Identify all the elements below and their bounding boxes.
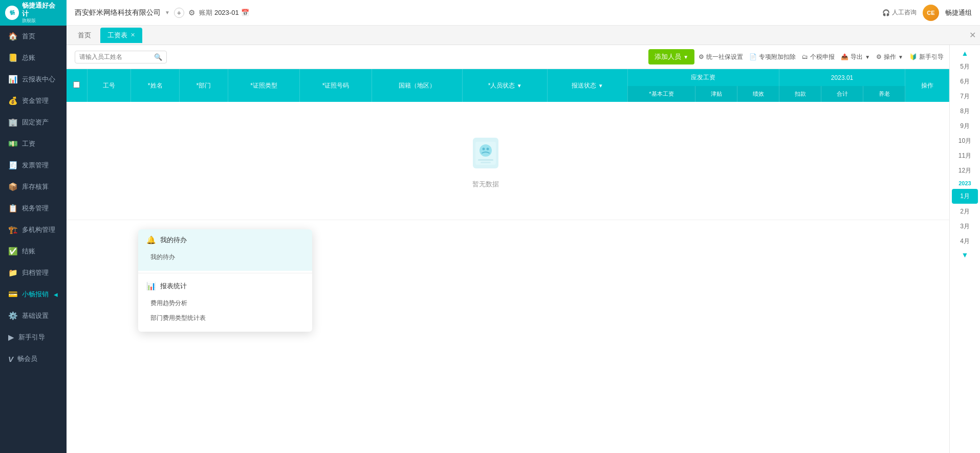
month-item[interactable]: 8月 [950,104,980,119]
popup-item-cost-trend[interactable]: 费用趋势分析 [146,296,304,311]
sidebar-item-inventory[interactable]: 📦 库存核算 [0,176,67,198]
user-name: 畅捷通组 [945,8,972,17]
sidebar-item-label: 发票管理 [22,161,49,170]
operations-arrow-icon: ▼ [898,54,903,60]
sidebar-item-label: 小畅报销 [22,290,49,299]
popup-item-dept-cost[interactable]: 部门费用类型统计表 [146,311,304,326]
guide-button[interactable]: 🔰 新手引导 [909,53,944,61]
sidebar-item-assets[interactable]: 🏢 固定资产 [0,112,67,133]
th-nationality: 国籍（地区） [372,69,462,102]
tab-close-icon[interactable]: ✕ [130,32,135,38]
cloud-report-icon: 📊 [8,75,18,84]
th-id-type: *证照类型 [228,69,300,102]
fund-icon: 💰 [8,96,18,105]
popup-item-my-todo[interactable]: 我的待办 [146,250,304,265]
calendar-icon[interactable]: 📅 [241,9,249,16]
sidebar-item-closing[interactable]: ✅ 结账 [0,241,67,262]
month-item[interactable]: 10月 [950,134,980,148]
month-item[interactable]: 11月 [950,148,980,163]
sidebar-item-ledger[interactable]: 📒 总账 [0,47,67,69]
search-input[interactable] [79,53,151,60]
sidebar-item-label: 固定资产 [22,118,49,127]
th-submit-status: 报送状态 ▼ [547,69,627,102]
search-icon[interactable]: 🔍 [154,53,162,61]
popup-section1-title: 我的待办 [160,235,187,245]
sidebar-item-multi-org[interactable]: 🏗️ 多机构管理 [0,219,67,241]
export-icon: 📤 [841,53,848,60]
operations-button[interactable]: ⚙ 操作 ▼ [876,53,903,61]
export-button[interactable]: 📤 导出 ▼ [841,53,870,61]
checkbox-header [67,69,87,102]
popup-section2-title: 报表统计 [160,282,187,291]
month-item[interactable]: 6月 [950,74,980,89]
salary-icon: 💵 [8,139,18,148]
company-dropdown-icon[interactable]: ▼ [165,10,170,15]
todo-icon: 🔔 [146,235,156,245]
month-nav-up[interactable]: ▲ [960,47,971,59]
year-2023-label: 2023 [959,178,971,188]
th-pension: 养老 [863,86,905,102]
sidebar-item-guide[interactable]: ▶ 新手引导 [0,327,67,348]
sidebar-item-label: 总账 [22,53,35,62]
logo-title: 畅捷通好会计 [22,2,61,17]
sidebar-item-invoice[interactable]: 🧾 发票管理 [0,155,67,176]
popup-divider [138,273,312,273]
add-company-button[interactable]: + [174,8,184,18]
sidebar: 畅 畅捷通好会计 旗舰版 🏠 首页 📒 总账 📊 云报表中心 💰 资金管理 🏢 … [0,0,67,453]
tax-report-button[interactable]: 🗂 个税申报 [802,53,835,61]
status-filter-icon[interactable]: ▼ [517,83,522,89]
main-area: 西安虾米网络科技有限公司 ▼ + ⚙ 账期 2023-01 📅 🎧 人工咨询 C… [67,0,980,453]
tab-salary[interactable]: 工资表 ✕ [100,28,142,43]
th-status: *人员状态 ▼ [463,69,548,102]
month-nav-down[interactable]: ▼ [960,249,971,261]
close-panel-icon[interactable]: ✕ [969,30,976,40]
sidebar-logo: 畅 畅捷通好会计 旗舰版 [0,0,67,26]
sidebar-item-settings[interactable]: ⚙️ 基础设置 [0,305,67,327]
operations-icon: ⚙ [876,53,882,60]
month-item[interactable]: 9月 [950,119,980,134]
month-current[interactable]: 1月 [952,189,978,204]
month-item[interactable]: 4月 [950,234,980,249]
customer-service-button[interactable]: 🎧 人工咨询 [882,8,917,17]
assets-icon: 🏢 [8,118,18,127]
svg-point-3 [483,148,485,150]
th-total: 合计 [821,86,863,102]
inventory-icon: 📦 [8,182,18,191]
sidebar-item-cloud-report[interactable]: 📊 云报表中心 [0,69,67,90]
headset-icon: 🎧 [882,9,890,16]
sidebar-item-label: 畅会员 [17,354,37,363]
social-insurance-button[interactable]: ⚙ 统一社保设置 [699,53,743,61]
month-item[interactable]: 5月 [950,59,980,74]
month-item[interactable]: 2月 [950,204,980,219]
select-all-checkbox[interactable] [73,81,80,88]
month-item[interactable]: 12月 [950,163,980,178]
sidebar-item-home[interactable]: 🏠 首页 [0,26,67,47]
sidebar-item-label: 多机构管理 [22,225,55,234]
period-value: 2023-01 [214,9,239,16]
sidebar-item-label: 基础设置 [22,311,49,320]
company-settings-icon[interactable]: ⚙ [188,8,195,17]
sidebar-item-label: 首页 [22,32,35,41]
tax-report-icon: 🗂 [802,53,808,60]
table-body: 暂无数据 [67,102,949,220]
tab-home[interactable]: 首页 [71,28,98,43]
add-person-button[interactable]: 添加人员 ▼ [648,49,694,64]
popup-menu: 🔔 我的待办 我的待办 📊 报表统计 费用趋势分析 部门费用类型统计表 [138,229,312,332]
guide-icon: ▶ [8,333,14,342]
sidebar-item-expense[interactable]: 💳 小畅报销 ◀ [0,284,67,305]
month-item[interactable]: 7月 [950,89,980,104]
sidebar-item-tax[interactable]: 📋 税务管理 [0,198,67,219]
special-deduction-button[interactable]: 📄 专项附加扣除 [749,53,796,61]
settings-icon: ⚙️ [8,311,18,320]
submit-filter-icon[interactable]: ▼ [598,83,603,89]
search-box: 🔍 [75,51,167,63]
sidebar-item-member[interactable]: V 畅会员 [0,348,67,370]
export-arrow-icon: ▼ [865,54,870,60]
sidebar-item-label: 库存核算 [22,182,49,191]
sidebar-item-salary[interactable]: 💵 工资 [0,133,67,155]
empty-state: 暂无数据 [67,102,905,220]
sidebar-item-fund[interactable]: 💰 资金管理 [0,90,67,112]
sidebar-item-archive[interactable]: 📁 归档管理 [0,262,67,284]
empty-illustration [465,133,506,174]
month-item[interactable]: 3月 [950,219,980,234]
